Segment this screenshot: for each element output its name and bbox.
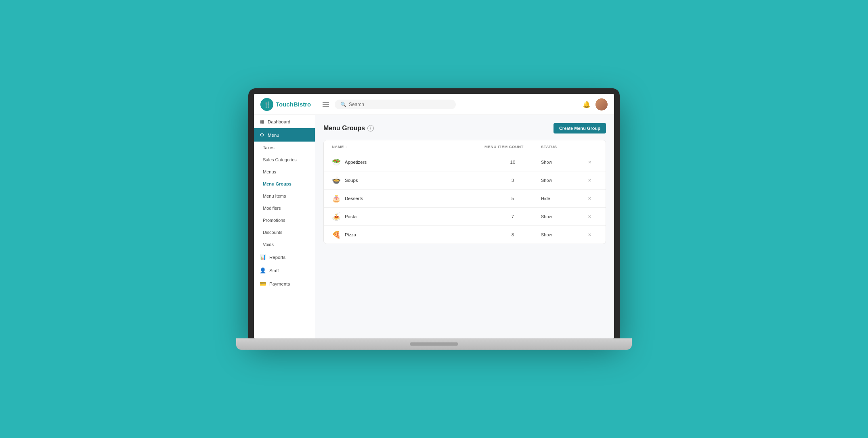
search-input[interactable] <box>349 102 450 107</box>
sidebar-item-payments[interactable]: 💳 Payments <box>254 277 315 290</box>
laptop-screen: 🍴 TouchBistro 🔍 <box>254 94 614 338</box>
laptop-base <box>236 338 632 350</box>
row-label-soups: Soups <box>345 178 358 183</box>
sidebar-label-menu-items: Menu Items <box>263 194 286 198</box>
sidebar-item-modifiers[interactable]: Modifiers <box>254 202 315 214</box>
menu-groups-table: NAME ↓ MENU ITEM COUNT STATUS 🥗 <box>323 140 606 244</box>
table-row: 🍕 Pizza 8 Show ✕ <box>324 226 606 244</box>
row-count-desserts: 5 <box>484 196 541 201</box>
row-label-pasta: Pasta <box>345 214 356 219</box>
sidebar-item-discounts[interactable]: Discounts <box>254 226 315 238</box>
table-row: 🍝 Pasta 7 Show ✕ <box>324 208 606 226</box>
search-icon: 🔍 <box>340 102 346 107</box>
page-title-text: Menu Groups <box>323 125 365 132</box>
reports-icon: 📊 <box>260 254 266 260</box>
laptop-outer: 🍴 TouchBistro 🔍 <box>248 88 620 338</box>
sidebar-item-reports[interactable]: 📊 Reports <box>254 250 315 264</box>
sidebar-item-promotions[interactable]: Promotions <box>254 214 315 226</box>
row-emoji-pasta: 🍝 <box>332 212 341 221</box>
sidebar-label-promotions: Promotions <box>263 218 285 223</box>
row-close-desserts[interactable]: ✕ <box>581 196 598 201</box>
column-item-count: MENU ITEM COUNT <box>484 144 541 149</box>
topbar-controls: 🔍 <box>321 100 583 109</box>
hamburger-line <box>323 104 329 105</box>
sidebar-item-menu[interactable]: ⚙ Menu <box>254 128 315 142</box>
info-icon[interactable]: i <box>367 125 374 131</box>
logo-icon: 🍴 <box>260 98 273 111</box>
sidebar-label-modifiers: Modifiers <box>263 206 281 211</box>
page-title: Menu Groups i <box>323 125 374 132</box>
sidebar-label-taxes: Taxes <box>263 145 275 150</box>
avatar[interactable] <box>595 98 608 111</box>
avatar-image <box>595 98 608 111</box>
sidebar-item-voids[interactable]: Voids <box>254 238 315 250</box>
notification-bell-button[interactable]: 🔔 <box>583 100 591 108</box>
table-header: NAME ↓ MENU ITEM COUNT STATUS <box>324 140 606 153</box>
hamburger-button[interactable] <box>321 100 331 108</box>
menu-icon: ⚙ <box>260 132 264 138</box>
hamburger-line <box>323 102 329 103</box>
logo-touch: Touch <box>276 101 294 108</box>
sidebar-item-taxes[interactable]: Taxes <box>254 142 315 154</box>
row-status-soups: Show <box>541 178 581 183</box>
topbar: 🍴 TouchBistro 🔍 <box>254 94 614 115</box>
row-emoji-pizza: 🍕 <box>332 230 341 239</box>
sidebar-label-payments: Payments <box>269 282 290 286</box>
sidebar-item-dashboard[interactable]: ▦ Dashboard <box>254 115 315 128</box>
row-close-appetizers[interactable]: ✕ <box>581 160 598 165</box>
row-name-soups: 🍲 Soups <box>332 176 484 185</box>
row-label-pizza: Pizza <box>345 232 356 237</box>
column-name[interactable]: NAME ↓ <box>332 144 484 149</box>
row-name-pizza: 🍕 Pizza <box>332 230 484 239</box>
sidebar-label-menu-groups: Menu Groups <box>263 181 291 186</box>
sidebar-item-staff[interactable]: 👤 Staff <box>254 264 315 277</box>
row-close-pasta[interactable]: ✕ <box>581 214 598 219</box>
staff-icon: 👤 <box>260 267 266 273</box>
dashboard-icon: ▦ <box>260 119 264 125</box>
row-status-pizza: Show <box>541 232 581 237</box>
table-row: 🍲 Soups 3 Show ✕ <box>324 171 606 190</box>
table-row: 🥗 Appetizers 10 Show ✕ <box>324 153 606 171</box>
logo-text: TouchBistro <box>276 101 311 108</box>
row-count-pizza: 8 <box>484 232 541 237</box>
row-emoji-appetizers: 🥗 <box>332 158 341 167</box>
row-name-pasta: 🍝 Pasta <box>332 212 484 221</box>
row-close-pizza[interactable]: ✕ <box>581 232 598 238</box>
sidebar-label-reports: Reports <box>269 255 285 260</box>
sidebar-label-menu: Menu <box>268 133 279 138</box>
row-label-desserts: Desserts <box>345 196 363 201</box>
sidebar-label-staff: Staff <box>269 268 279 273</box>
sidebar-item-menus[interactable]: Menus <box>254 166 315 178</box>
sidebar-label-dashboard: Dashboard <box>268 119 290 124</box>
column-actions <box>581 144 598 149</box>
content-header: Menu Groups i Create Menu Group <box>323 123 606 133</box>
topbar-right: 🔔 <box>583 98 608 111</box>
row-emoji-desserts: 🎂 <box>332 194 341 203</box>
main-layout: ▦ Dashboard ⚙ Menu Taxes Sales Categorie… <box>254 115 614 338</box>
sidebar-label-voids: Voids <box>263 242 274 247</box>
logo-bistro: Bistro <box>294 101 311 108</box>
laptop-wrapper: 🍴 TouchBistro 🔍 <box>236 88 632 350</box>
row-status-appetizers: Show <box>541 160 581 165</box>
sidebar-label-menus: Menus <box>263 169 276 174</box>
app: 🍴 TouchBistro 🔍 <box>254 94 614 338</box>
sidebar-label-discounts: Discounts <box>263 230 282 235</box>
table-row: 🎂 Desserts 5 Hide ✕ <box>324 190 606 208</box>
create-menu-group-button[interactable]: Create Menu Group <box>554 123 606 133</box>
row-emoji-soups: 🍲 <box>332 176 341 185</box>
sidebar-item-menu-groups[interactable]: Menu Groups <box>254 178 315 190</box>
row-count-soups: 3 <box>484 178 541 183</box>
row-status-desserts: Hide <box>541 196 581 201</box>
row-name-desserts: 🎂 Desserts <box>332 194 484 203</box>
row-close-soups[interactable]: ✕ <box>581 178 598 183</box>
column-name-label: NAME <box>332 144 344 149</box>
sidebar-label-sales-categories: Sales Categories <box>263 157 297 162</box>
content-area: Menu Groups i Create Menu Group NAME ↓ <box>315 115 614 338</box>
row-status-pasta: Show <box>541 214 581 219</box>
row-count-pasta: 7 <box>484 214 541 219</box>
sidebar-item-menu-items[interactable]: Menu Items <box>254 190 315 202</box>
payments-icon: 💳 <box>260 281 266 287</box>
column-status: STATUS <box>541 144 581 149</box>
sidebar-item-sales-categories[interactable]: Sales Categories <box>254 154 315 166</box>
row-label-appetizers: Appetizers <box>345 160 367 165</box>
